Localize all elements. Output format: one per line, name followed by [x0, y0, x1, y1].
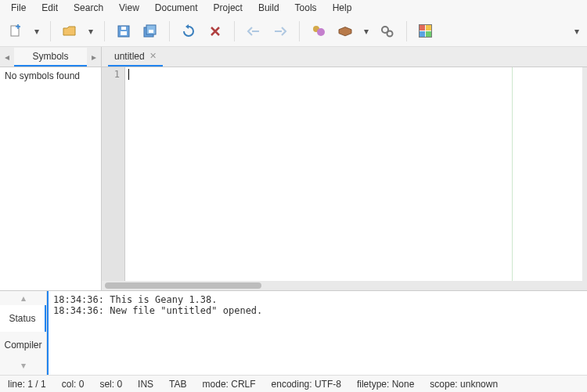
- status-ins: INS: [138, 379, 153, 390]
- tab-close-icon[interactable]: ✕: [149, 51, 157, 61]
- build-dropdown[interactable]: ▾: [361, 26, 372, 37]
- reload-icon: [182, 24, 196, 38]
- build-button[interactable]: [334, 20, 356, 42]
- nav-forward-icon: [273, 26, 287, 37]
- message-line: 18:34:36: New file "untitled" opened.: [53, 305, 582, 316]
- toolbar: ▾ ▾ ▾ ▾: [0, 16, 587, 47]
- menu-tools[interactable]: Tools: [289, 1, 323, 15]
- new-file-button[interactable]: [5, 20, 27, 42]
- menu-view[interactable]: View: [113, 1, 146, 15]
- svg-point-11: [387, 31, 393, 36]
- toolbar-overflow[interactable]: ▾: [571, 26, 582, 37]
- svg-rect-13: [426, 25, 431, 31]
- save-button[interactable]: [113, 20, 135, 42]
- compile-button[interactable]: [308, 20, 330, 42]
- sidebar: ◂ Symbols ▸ No symbols found: [0, 47, 102, 290]
- open-file-button[interactable]: [59, 20, 81, 42]
- status-encoding: encoding: UTF-8: [272, 379, 341, 390]
- execute-button[interactable]: [376, 20, 398, 42]
- editor-tab-label: untitled: [114, 51, 145, 62]
- nav-back-icon: [247, 26, 261, 37]
- menu-edit[interactable]: Edit: [35, 1, 64, 15]
- menu-file[interactable]: File: [5, 1, 32, 15]
- editor-tab-bar: untitled ✕: [102, 47, 587, 67]
- status-col: col: 0: [62, 379, 85, 390]
- scrollbar-thumb[interactable]: [105, 282, 261, 289]
- sidebar-empty-text: No symbols found: [0, 67, 101, 290]
- gears-icon: [380, 24, 394, 38]
- messages-scroll-up-icon[interactable]: ▴: [21, 291, 26, 305]
- status-tab: TAB: [169, 379, 186, 390]
- svg-rect-7: [149, 30, 153, 33]
- color-chooser-button[interactable]: [415, 20, 437, 42]
- messages-output[interactable]: 18:34:36: This is Geany 1.38. 18:34:36: …: [47, 291, 587, 375]
- code-editor[interactable]: [125, 67, 582, 281]
- messages-tab-compiler[interactable]: Compiler: [0, 332, 46, 358]
- editor-tab-untitled[interactable]: untitled ✕: [108, 48, 163, 67]
- save-icon: [117, 24, 131, 38]
- editor-horizontal-scrollbar[interactable]: [102, 281, 587, 290]
- reload-button[interactable]: [178, 20, 200, 42]
- nav-forward-button[interactable]: [269, 20, 291, 42]
- save-all-icon: [143, 24, 157, 38]
- close-icon: [209, 25, 221, 38]
- long-line-marker: [512, 67, 513, 281]
- nav-back-button[interactable]: [243, 20, 265, 42]
- save-all-button[interactable]: [139, 20, 161, 42]
- messages-tab-status[interactable]: Status: [0, 305, 46, 332]
- status-line: line: 1 / 1: [8, 379, 46, 390]
- line-number: 1: [102, 69, 120, 80]
- compile-icon: [312, 24, 326, 38]
- new-file-dropdown[interactable]: ▾: [31, 26, 42, 37]
- text-caret: [128, 69, 129, 80]
- build-brick-icon: [337, 26, 353, 37]
- open-folder-icon: [63, 24, 77, 38]
- svg-rect-4: [121, 27, 126, 30]
- svg-rect-14: [420, 31, 425, 37]
- message-line: 18:34:36: This is Geany 1.38.: [53, 294, 582, 305]
- messages-scroll-down-icon[interactable]: ▾: [21, 358, 26, 372]
- menu-search[interactable]: Search: [67, 1, 110, 15]
- menu-bar: File Edit Search View Document Project B…: [0, 0, 587, 16]
- status-sel: sel: 0: [99, 379, 122, 390]
- menu-document[interactable]: Document: [149, 1, 204, 15]
- svg-rect-12: [420, 25, 425, 31]
- svg-point-9: [317, 28, 325, 36]
- status-filetype: filetype: None: [357, 379, 414, 390]
- status-scope: scope: unknown: [430, 379, 498, 390]
- sidebar-next-icon[interactable]: ▸: [87, 52, 101, 63]
- close-file-button[interactable]: [204, 20, 226, 42]
- sidebar-tab-symbols[interactable]: Symbols: [14, 48, 87, 67]
- open-recent-dropdown[interactable]: ▾: [85, 26, 96, 37]
- sidebar-prev-icon[interactable]: ◂: [0, 52, 14, 63]
- menu-project[interactable]: Project: [207, 1, 249, 15]
- svg-rect-3: [121, 31, 127, 35]
- status-mode: mode: CRLF: [203, 379, 256, 390]
- menu-help[interactable]: Help: [326, 1, 358, 15]
- messages-panel: ▴ Status Compiler ▾ 18:34:36: This is Ge…: [0, 290, 587, 375]
- status-bar: line: 1 / 1 col: 0 sel: 0 INS TAB mode: …: [0, 375, 587, 392]
- line-gutter: 1: [102, 67, 125, 281]
- new-file-icon: [9, 24, 23, 38]
- color-swatch-icon: [419, 24, 433, 38]
- svg-rect-15: [426, 31, 431, 37]
- menu-build[interactable]: Build: [252, 1, 286, 15]
